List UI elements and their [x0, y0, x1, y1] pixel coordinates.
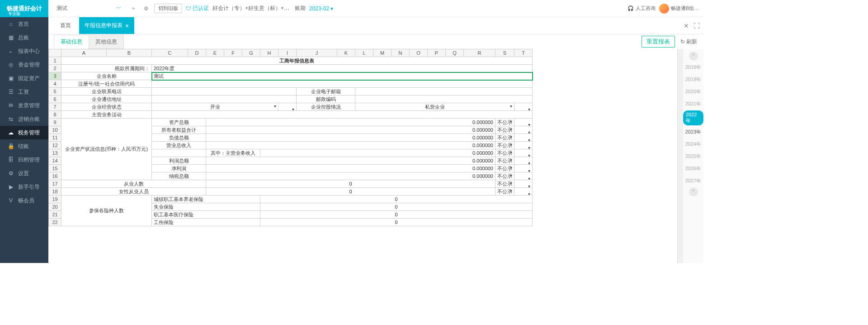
- table-row: 19参保各险种人数城镇职工基本养老保险0: [49, 196, 533, 203]
- home-icon: ⌂: [7, 20, 14, 28]
- company-name-cell[interactable]: 测试: [152, 72, 533, 80]
- col-J[interactable]: J: [297, 49, 337, 57]
- company-settings-button[interactable]: ⚙: [142, 4, 151, 13]
- nav-fixed-asset[interactable]: ▣固定资产: [0, 72, 48, 85]
- tax-icon: ☁: [7, 129, 14, 136]
- vertical-scrollbar[interactable]: [677, 49, 683, 263]
- tab-home[interactable]: 首页: [54, 17, 77, 34]
- archive-icon: 🗄: [7, 156, 14, 163]
- col-B[interactable]: B: [107, 49, 152, 57]
- year-up-button[interactable]: ˄: [689, 52, 698, 61]
- table-row: 3企业名称测试: [49, 72, 533, 80]
- col-M[interactable]: M: [373, 49, 392, 57]
- status-select[interactable]: 开业: [152, 103, 278, 111]
- col-F[interactable]: F: [224, 49, 242, 57]
- col-O[interactable]: O: [410, 49, 428, 57]
- fullscreen-button[interactable]: ⛶: [693, 22, 700, 29]
- reset-button[interactable]: 重置报表: [642, 36, 675, 48]
- nav-funds[interactable]: ◎资金管理: [0, 58, 48, 72]
- reg-code-cell[interactable]: [152, 80, 533, 88]
- year-option[interactable]: 2024年: [685, 139, 701, 150]
- col-P[interactable]: P: [428, 49, 446, 57]
- shield-icon: 🛡: [186, 5, 191, 12]
- nav-guide[interactable]: ▶新手引导: [0, 180, 48, 194]
- year-option[interactable]: 2025年: [685, 151, 701, 162]
- switch-old-button[interactable]: 切到旧版: [154, 4, 182, 13]
- select-all-corner[interactable]: [49, 49, 61, 57]
- col-T[interactable]: T: [514, 49, 533, 57]
- table-row: 4注册号/统一社会信用代码: [49, 80, 533, 88]
- col-S[interactable]: S: [495, 49, 514, 57]
- nav-tax[interactable]: ☁税务管理: [0, 126, 48, 139]
- col-C[interactable]: C: [152, 49, 188, 57]
- col-A[interactable]: A: [61, 49, 107, 57]
- nav-closing[interactable]: 🔒结账: [0, 139, 48, 153]
- col-Q[interactable]: Q: [446, 49, 464, 57]
- invoice-icon: ✉: [7, 102, 14, 109]
- nav-inventory[interactable]: ⇆进销台账: [0, 112, 48, 126]
- company-select[interactable]: 测试 ﹀: [53, 3, 125, 14]
- col-R[interactable]: R: [464, 49, 495, 57]
- year-option[interactable]: 2020年: [685, 86, 701, 97]
- year-option[interactable]: 2027年: [685, 175, 701, 186]
- gear-icon: ⚙: [7, 170, 14, 177]
- period-value[interactable]: 2023-02 ▾: [309, 5, 333, 12]
- year-down-button[interactable]: ˅: [689, 187, 698, 196]
- nav-settings[interactable]: ⚙设置: [0, 167, 48, 180]
- subtab-other[interactable]: 其他信息: [89, 35, 124, 49]
- brand-logo: 畅捷通好会计 专业版: [0, 0, 48, 17]
- year-option[interactable]: 2019年: [685, 74, 701, 85]
- ownership-select[interactable]: 私营企业: [355, 103, 514, 111]
- col-N[interactable]: N: [392, 49, 410, 57]
- lock-icon: 🔒: [7, 143, 14, 150]
- col-H[interactable]: H: [260, 49, 278, 57]
- year-option-active[interactable]: 2022年: [683, 110, 703, 125]
- nav-payroll[interactable]: ☰工资: [0, 85, 48, 99]
- table-row: 18女性从业人员0不公示: [49, 188, 533, 196]
- table-row: 1工商年报信息表: [49, 57, 533, 65]
- nav-home[interactable]: ⌂首页: [0, 17, 48, 31]
- tab-close-icon[interactable]: ×: [125, 22, 129, 29]
- table-row: 2税款所属期间：2022年度: [49, 65, 533, 72]
- chevron-down-icon: ﹀: [116, 5, 122, 12]
- topbar: 测试 ﹀ ＋ ⚙ 切到旧版 🛡已认证 好会计（专）+好生意（标）+… 账期 20…: [48, 0, 703, 17]
- col-L[interactable]: L: [355, 49, 373, 57]
- table-row: 17从业人数0不公示: [49, 180, 533, 188]
- year-option[interactable]: 2021年: [685, 98, 701, 110]
- period-value: 2022年度: [152, 65, 533, 72]
- refresh-button[interactable]: ↻刷新: [680, 38, 697, 46]
- add-company-button[interactable]: ＋: [129, 4, 138, 13]
- nav-archive[interactable]: 🗄归档管理: [0, 153, 48, 167]
- table-row: 7企业经营状态开业企业控股情况私营企业: [49, 103, 533, 111]
- nav-invoice[interactable]: ✉发票管理: [0, 99, 48, 112]
- col-K[interactable]: K: [337, 49, 355, 57]
- col-G[interactable]: G: [242, 49, 260, 57]
- certified-badge: 🛡已认证: [186, 5, 209, 12]
- refresh-icon: ↻: [680, 38, 685, 45]
- user-menu[interactable]: 畅捷通B组…: [659, 4, 699, 14]
- col-D[interactable]: D: [188, 49, 206, 57]
- subtab-basic[interactable]: 基础信息: [54, 35, 89, 49]
- year-option[interactable]: 2026年: [685, 163, 701, 174]
- spreadsheet[interactable]: A B C D E F G H I J K L M N O: [48, 49, 677, 263]
- support-link[interactable]: 🎧人工咨询: [627, 5, 656, 12]
- nav-vip[interactable]: V畅会员: [0, 194, 48, 207]
- nav-ledger[interactable]: ▦总账: [0, 31, 48, 44]
- year-option[interactable]: 2023年: [685, 126, 701, 138]
- sidebar: 畅捷通好会计 专业版 ⌂首页 ▦总账 ⫠报表中心 ◎资金管理 ▣固定资产 ☰工资…: [0, 0, 48, 263]
- nav-reports[interactable]: ⫠报表中心: [0, 44, 48, 58]
- col-E[interactable]: E: [206, 49, 224, 57]
- close-all-button[interactable]: ✕: [684, 22, 689, 29]
- inventory-icon: ⇆: [7, 115, 14, 123]
- year-option[interactable]: 2018年: [685, 62, 701, 73]
- row-header[interactable]: 1: [49, 57, 61, 65]
- nav-list: ⌂首页 ▦总账 ⫠报表中心 ◎资金管理 ▣固定资产 ☰工资 ✉发票管理 ⇆进销台…: [0, 17, 48, 263]
- tab-annual-report[interactable]: 年报信息申报表 ×: [79, 17, 134, 34]
- period-label: 税款所属期间：: [61, 65, 152, 72]
- sheet-title: 工商年报信息表: [61, 57, 533, 65]
- column-header-row: A B C D E F G H I J K L M N O: [49, 49, 533, 57]
- asset-group-label: 企业资产状况信息(币种：人民币万元): [61, 119, 152, 180]
- table-row: 8主营业务活动: [49, 111, 533, 119]
- col-I[interactable]: I: [278, 49, 297, 57]
- asset-icon: ▣: [7, 75, 14, 82]
